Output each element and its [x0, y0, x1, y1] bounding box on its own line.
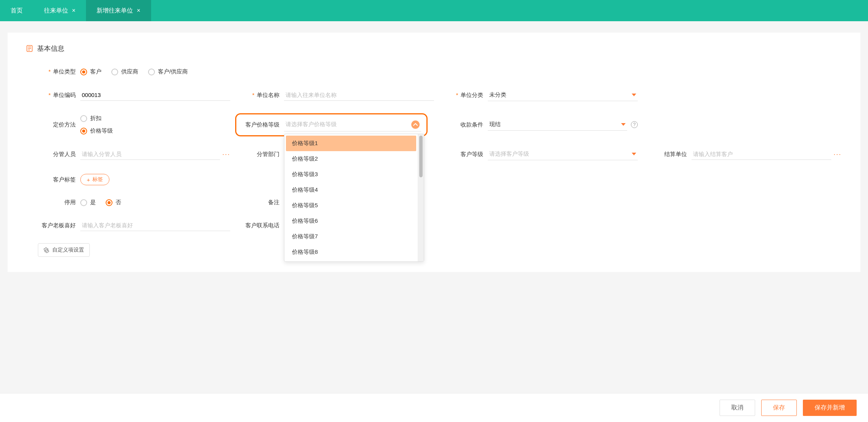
label-disabled: 停用	[38, 199, 76, 206]
dropdown-item[interactable]: 价格等级1	[286, 136, 416, 151]
save-button[interactable]: 保存	[761, 400, 797, 416]
gear-icon	[44, 247, 49, 253]
scrollbar[interactable]	[418, 134, 424, 261]
label-customer-level: 客户等级	[445, 151, 483, 158]
close-icon[interactable]: ×	[72, 7, 75, 14]
label-payment-terms: 收款条件	[445, 121, 483, 128]
radio-supplier[interactable]: 供应商	[111, 68, 138, 75]
dropdown-item[interactable]: 价格等级8	[286, 244, 416, 260]
more-icon[interactable]: ···	[222, 150, 230, 158]
chevron-down-icon	[621, 123, 626, 126]
label-contact-phone: 客户联系电话	[242, 222, 279, 229]
footer-actions: 取消 保存 保存并新增	[0, 393, 868, 422]
label-responsible-person: 分管人员	[38, 151, 76, 158]
unit-code-input[interactable]	[80, 89, 230, 101]
dropdown-item[interactable]: 价格等级6	[286, 213, 416, 229]
more-icon[interactable]: ···	[834, 150, 841, 158]
boss-preference-input[interactable]	[80, 220, 230, 231]
form-icon	[27, 45, 33, 52]
cancel-button[interactable]: 取消	[720, 400, 755, 416]
customer-level-select[interactable]: 请选择客户等级	[488, 148, 638, 160]
radio-disabled-no[interactable]: 否	[106, 199, 121, 206]
dropdown-item[interactable]: 价格等级2	[286, 151, 416, 167]
label-unit-type: 单位类型	[38, 68, 76, 75]
add-tag-button[interactable]: +标签	[80, 174, 109, 185]
settlement-unit-input[interactable]	[692, 148, 831, 160]
scrollbar-thumb[interactable]	[419, 136, 423, 177]
chevron-down-icon	[632, 94, 636, 96]
radio-price-level[interactable]: 价格等级	[80, 127, 230, 134]
price-level-select[interactable]: 请选择客户价格等级	[284, 118, 421, 131]
responsible-person-input[interactable]	[80, 148, 220, 160]
label-unit-code: 单位编码	[38, 92, 76, 99]
label-boss-preference: 客户老板喜好	[38, 222, 76, 229]
label-price-level: 客户价格等级	[242, 121, 279, 128]
unit-name-input[interactable]	[284, 89, 434, 101]
radio-customer[interactable]: 客户	[80, 68, 101, 75]
plus-icon: +	[87, 177, 90, 183]
unit-category-select[interactable]: 未分类	[488, 89, 638, 101]
payment-terms-select[interactable]: 现结	[488, 119, 627, 131]
chevron-up-icon[interactable]	[411, 120, 420, 129]
chevron-down-icon	[632, 153, 636, 155]
tab-bar: 首页 往来单位× 新增往来单位×	[0, 0, 868, 21]
price-level-dropdown: 价格等级1价格等级2价格等级3价格等级4价格等级5价格等级6价格等级7价格等级8	[284, 134, 424, 262]
dropdown-item[interactable]: 价格等级7	[286, 229, 416, 244]
radio-disabled-yes[interactable]: 是	[80, 199, 96, 206]
label-customer-tag: 客户标签	[38, 176, 76, 183]
label-remark: 备注	[242, 199, 279, 206]
section-title: 基本信息	[37, 44, 64, 53]
dropdown-item[interactable]: 价格等级3	[286, 167, 416, 182]
label-pricing-method: 定价方法	[38, 121, 76, 128]
dropdown-item[interactable]: 价格等级4	[286, 182, 416, 198]
help-icon[interactable]: ?	[631, 121, 638, 128]
tab-new-contact[interactable]: 新增往来单位×	[86, 0, 151, 21]
label-settlement-unit: 结算单位	[649, 151, 687, 158]
tab-contacts[interactable]: 往来单位×	[33, 0, 86, 21]
save-and-new-button[interactable]: 保存并新增	[803, 400, 857, 416]
label-responsible-dept: 分管部门	[242, 151, 279, 158]
dropdown-item[interactable]: 价格等级5	[286, 198, 416, 213]
custom-fields-button[interactable]: 自定义项设置	[38, 243, 90, 257]
label-unit-category: 单位分类	[445, 92, 483, 99]
radio-both[interactable]: 客户/供应商	[148, 68, 188, 75]
tab-home[interactable]: 首页	[0, 0, 33, 21]
label-unit-name: 单位名称	[242, 92, 279, 99]
price-level-highlight: 客户价格等级 请选择客户价格等级 价格等级1价格等级2价格等级3价格等级4价格等…	[235, 113, 428, 136]
close-icon[interactable]: ×	[137, 7, 140, 14]
radio-discount[interactable]: 折扣	[80, 115, 230, 122]
